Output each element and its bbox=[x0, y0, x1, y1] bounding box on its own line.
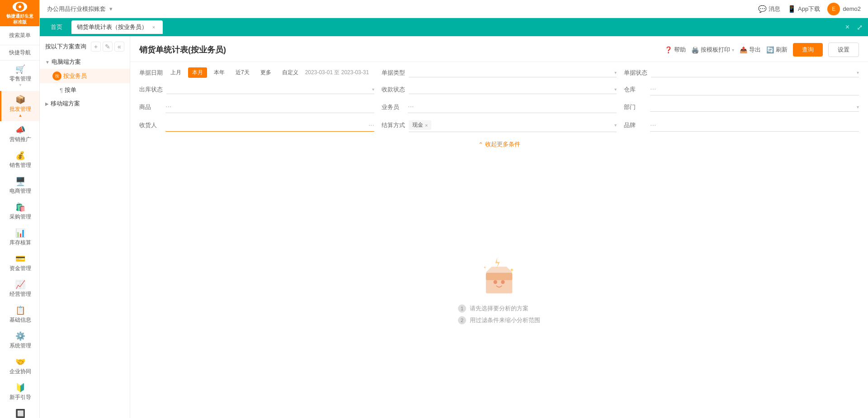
salesperson-control[interactable]: ··· bbox=[408, 101, 617, 113]
sidebar-item-newbie[interactable]: 🔰 新手引导 bbox=[0, 379, 39, 405]
sidebar-item-wholesale[interactable]: 📦 批发管理 ▲ bbox=[0, 91, 39, 121]
workspace-info: 办公用品行业模拟账套 ▾ bbox=[47, 5, 113, 13]
sidebar-item-retail[interactable]: 🛒 零售管理 ▼ bbox=[0, 61, 39, 91]
doc-status-control[interactable]: ▾ bbox=[651, 68, 859, 77]
export-icon: 📤 bbox=[740, 46, 747, 53]
help-button[interactable]: ❓ 帮助 bbox=[665, 46, 686, 54]
filter-salesperson: 业务员 ··· bbox=[382, 101, 617, 113]
empty-hint-1: 1 请先选择要分析的方案 bbox=[458, 304, 540, 313]
collapse-panel-button[interactable]: « bbox=[114, 42, 124, 52]
sidebar-item-finance[interactable]: 💳 资金管理 bbox=[0, 250, 39, 276]
collapse-more-button[interactable]: ⌃ 收起更多条件 bbox=[139, 138, 859, 151]
add-scheme-button[interactable]: + bbox=[91, 42, 101, 52]
tree-item-desktop[interactable]: ▼ 电脑端方案 bbox=[40, 55, 130, 69]
salesperson-dots[interactable]: ··· bbox=[408, 103, 414, 111]
recipient-input[interactable] bbox=[165, 122, 367, 128]
tab-bar: 首页 销货单统计表（按业务员） × × ⤢ bbox=[40, 18, 868, 36]
tree-item-by-order[interactable]: ¶ 按单 bbox=[40, 83, 130, 97]
recipient-control[interactable]: ··· bbox=[165, 119, 374, 132]
settlement-tag-close-icon[interactable]: × bbox=[425, 123, 428, 128]
print-button[interactable]: 🖨️ 按模板打印 ▾ bbox=[691, 46, 734, 54]
sidebar-item-appstore[interactable]: 🔲 应用中心 bbox=[0, 405, 39, 418]
goods-control[interactable]: ··· bbox=[165, 101, 374, 113]
filter-row-3: 商品 ··· 业务员 ··· 部门 ▾ bbox=[139, 101, 859, 113]
window-close-btn[interactable]: × bbox=[844, 21, 851, 33]
content-area: 按以下方案查询 + ✎ « ▼ 电脑端方案 bbox=[40, 36, 868, 418]
message-button[interactable]: 💬 消息 bbox=[758, 5, 780, 13]
sidebar-item-system[interactable]: ⚙️ 系统管理 bbox=[0, 328, 39, 353]
inventory-icon: 📊 bbox=[15, 228, 25, 238]
desktop-arrow-icon: ▼ bbox=[45, 60, 50, 65]
recipient-dots[interactable]: ··· bbox=[368, 121, 374, 129]
date-last-month-btn[interactable]: 上月 bbox=[166, 67, 185, 78]
date-more-btn[interactable]: 更多 bbox=[256, 67, 275, 78]
tab-close-icon[interactable]: × bbox=[150, 24, 157, 31]
settings-button[interactable]: 设置 bbox=[828, 43, 859, 57]
payment-caret-icon: ▾ bbox=[614, 87, 617, 92]
sidebar-search-label[interactable]: 搜索菜单 bbox=[3, 30, 37, 41]
date-current-year-btn[interactable]: 本年 bbox=[210, 67, 229, 78]
filter-doc-status: 单据状态 ▾ bbox=[624, 68, 859, 77]
date-current-month-btn[interactable]: 本月 bbox=[188, 67, 207, 78]
doc-status-caret-icon: ▾ bbox=[857, 70, 859, 75]
sidebar-item-operation[interactable]: 📈 经营管理 bbox=[0, 276, 39, 302]
mobile-schemes-label: 移动端方案 bbox=[51, 100, 80, 108]
sidebar-item-enterprise[interactable]: 🤝 企业协同 bbox=[0, 353, 39, 379]
warehouse-dots[interactable]: ··· bbox=[650, 85, 656, 93]
edit-scheme-button[interactable]: ✎ bbox=[103, 42, 113, 52]
filter-delivery: 出库状态 ▾ bbox=[139, 85, 374, 94]
payment-control[interactable]: ▾ bbox=[409, 85, 617, 94]
warehouse-label: 仓库 bbox=[624, 86, 646, 94]
empty-illustration: ✦ ✦ bbox=[476, 254, 522, 299]
sidebar-item-purchase[interactable]: 🛍️ 采购管理 bbox=[0, 199, 39, 224]
tab-bar-actions: × ⤢ bbox=[844, 21, 864, 33]
logo-text: 畅捷通好生意 标准版 bbox=[6, 13, 33, 25]
print-icon: 🖨️ bbox=[691, 46, 699, 53]
user-menu[interactable]: E demo2 bbox=[827, 3, 861, 15]
query-button[interactable]: 查询 bbox=[793, 43, 823, 57]
app-download-label: App下载 bbox=[798, 5, 820, 13]
hint-num-2: 2 bbox=[458, 316, 466, 324]
sidebar-search-item[interactable]: 搜索菜单 bbox=[0, 26, 39, 45]
tab-active[interactable]: 销货单统计表（按业务员） × bbox=[71, 20, 163, 34]
delivery-control[interactable]: ▾ bbox=[166, 85, 374, 94]
sidebar-item-sales[interactable]: 💰 销售管理 bbox=[0, 147, 39, 173]
quick-nav-label: 快捷导航 bbox=[9, 49, 31, 56]
operation-icon: 📈 bbox=[15, 280, 25, 290]
date-7days-btn[interactable]: 近7天 bbox=[231, 67, 254, 78]
left-panel-actions: + ✎ « bbox=[91, 42, 124, 52]
sidebar-item-marketing[interactable]: 📣 营销推广 bbox=[0, 121, 39, 147]
app-download-button[interactable]: 📱 App下载 bbox=[788, 5, 820, 13]
sidebar-item-ecom[interactable]: 🖥️ 电商管理 bbox=[0, 173, 39, 199]
filter-settlement: 结算方式 现金 × ▾ bbox=[382, 119, 617, 132]
filter-warehouse: 仓库 ··· bbox=[624, 83, 859, 95]
brand-dots[interactable]: ··· bbox=[650, 121, 656, 129]
inventory-label: 库存核算 bbox=[9, 239, 31, 247]
tree-item-by-salesperson[interactable]: 按 按业务员 bbox=[40, 69, 130, 83]
sidebar-quick-nav[interactable]: 快捷导航 bbox=[0, 45, 39, 61]
sidebar-item-basic[interactable]: 📋 基础信息 bbox=[0, 302, 39, 328]
doc-type-control[interactable]: ▾ bbox=[409, 68, 617, 77]
workspace-dropdown-icon[interactable]: ▾ bbox=[109, 5, 113, 12]
tree-item-mobile[interactable]: ▶ 移动端方案 bbox=[40, 97, 130, 110]
brand-control[interactable]: ··· bbox=[650, 119, 859, 132]
filter-department: 部门 ▾ bbox=[624, 103, 859, 112]
logo-icon bbox=[13, 2, 27, 12]
sidebar: 畅捷通好生意 标准版 搜索菜单 快捷导航 🛒 零售管理 ▼ 📦 批发管理 ▲ 📣… bbox=[0, 0, 40, 418]
export-button[interactable]: 📤 导出 bbox=[740, 46, 761, 54]
warehouse-control[interactable]: ··· bbox=[650, 83, 859, 95]
sidebar-item-inventory[interactable]: 📊 库存核算 bbox=[0, 224, 39, 250]
filter-area: 单据日期 上月 本月 本年 近7天 更多 自定义 2023-03-01 至 20… bbox=[130, 62, 868, 160]
left-panel: 按以下方案查询 + ✎ « ▼ 电脑端方案 bbox=[40, 36, 130, 418]
tab-home[interactable]: 首页 bbox=[43, 20, 70, 34]
date-custom-btn[interactable]: 自定义 bbox=[278, 67, 302, 78]
goods-dots[interactable]: ··· bbox=[165, 103, 171, 111]
print-dropdown-icon: ▾ bbox=[732, 48, 734, 52]
settlement-control[interactable]: 现金 × ▾ bbox=[409, 119, 617, 132]
window-expand-btn[interactable]: ⤢ bbox=[855, 21, 864, 33]
refresh-button[interactable]: 🔄 刷新 bbox=[766, 46, 788, 54]
filter-payment: 收款状态 ▾ bbox=[382, 85, 617, 94]
brand-label: 品牌 bbox=[624, 121, 646, 129]
filter-brand: 品牌 ··· bbox=[624, 119, 859, 132]
department-control[interactable]: ▾ bbox=[650, 103, 859, 112]
